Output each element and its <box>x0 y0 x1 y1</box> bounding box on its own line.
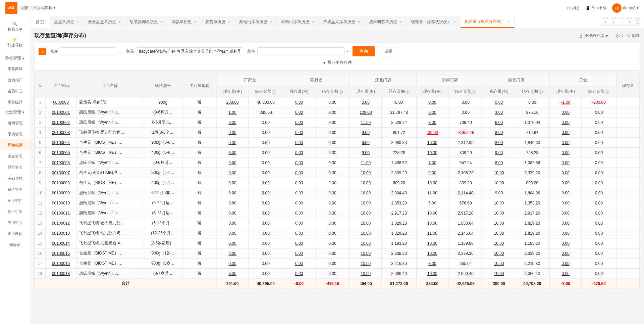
chencun-qty[interactable]: 0.00 <box>283 269 315 279</box>
nanan-qty[interactable]: 10.00 <box>416 178 448 188</box>
changjia-qty[interactable]: 0.00 <box>216 118 248 128</box>
jiangbei-qty[interactable]: 10.00 <box>350 218 382 228</box>
total-qty[interactable]: 0.00 <box>549 188 581 198</box>
yubei-qty[interactable]: 8.00 <box>483 128 515 138</box>
total-qty[interactable]: 0.00 <box>549 107 581 118</box>
sidebar-item-ecommerce[interactable]: 电商管理 <box>0 117 30 128</box>
product-code[interactable]: 00100003 <box>46 128 76 138</box>
nanan-qty[interactable]: 10.00 <box>416 208 448 218</box>
total-qty[interactable]: 0.00 <box>549 158 581 168</box>
yubei-qty[interactable]: 10.00 <box>483 228 515 238</box>
chencun-qty[interactable]: 0.00 <box>283 198 315 208</box>
total-qty[interactable]: 0.00 <box>549 138 581 148</box>
nanan-qty[interactable]: 0.00 <box>416 97 448 107</box>
total-qty[interactable]: 0.00 <box>549 228 581 238</box>
sidebar-item-new-guide[interactable]: 新手引导 <box>0 206 30 217</box>
chencun-qty[interactable]: 0.00 <box>283 118 315 128</box>
sidebar-item-quick-nav[interactable]: ⚡ 快捷导航 <box>0 35 30 50</box>
export-btn[interactable]: ↓ 导出 <box>612 33 623 39</box>
yubei-qty[interactable]: 0.00 <box>483 97 515 107</box>
sidebar-item-retail-mall[interactable]: 零售商城 <box>0 63 30 74</box>
changjia-amt-info[interactable]: ① <box>272 90 276 94</box>
yubei-qty[interactable]: 8.00 <box>483 158 515 168</box>
gear-header[interactable]: ⚙ <box>35 75 46 97</box>
nanan-qty[interactable]: 3.00 <box>416 118 448 128</box>
jiangbei-qty[interactable]: 10.00 <box>350 228 382 238</box>
nanan-qty[interactable]: 9.00 <box>416 168 448 178</box>
tab-purchase-history[interactable]: 要货单历史 × <box>201 16 235 28</box>
changjia-qty[interactable]: 0.00 <box>216 188 248 198</box>
print-btn[interactable]: 🖨 按模板打印 ▾ <box>579 33 608 39</box>
total-qty[interactable]: 0.00 <box>549 248 581 259</box>
nanan-qty[interactable]: 10.00 <box>416 148 448 158</box>
yubei-qty[interactable]: 10.00 <box>483 178 515 188</box>
tab-branch-stock-history[interactable]: 分量盘点单历史 × <box>84 16 126 28</box>
tab-cost-adjust-history[interactable]: 成本调整单历史 × <box>365 16 407 28</box>
total-amt-info[interactable]: ① <box>605 90 609 94</box>
product-code[interactable]: 0000003 <box>46 97 76 107</box>
nanan-qty[interactable]: 10.00 <box>416 218 448 228</box>
warehouse-input[interactable] <box>60 47 116 55</box>
changjia-qty[interactable]: 0.00 <box>216 259 248 269</box>
total-qty[interactable]: 0.00 <box>549 198 581 208</box>
tab-stock-single-history[interactable]: 盘点单历史 × <box>50 16 84 28</box>
jiangbei-qty[interactable]: 0.00 <box>350 97 382 107</box>
tab-close-stock-single[interactable]: × <box>76 19 79 25</box>
yubei-qty[interactable]: 10.00 <box>483 238 515 248</box>
nanan-qty[interactable]: 10.00 <box>416 269 448 279</box>
chencun-qty[interactable]: 0.00 <box>283 208 315 218</box>
tab-close-branch-stock[interactable]: × <box>118 19 121 25</box>
total-qty[interactable]: 0.00 <box>549 259 581 269</box>
tab-transfer-history[interactable]: 调拨单历史 × <box>168 16 202 28</box>
jiangbei-qty[interactable]: 109.00 <box>350 107 382 118</box>
jiangbei-qty[interactable]: 11.00 <box>350 118 382 128</box>
product-code[interactable]: 00100015 <box>46 248 76 259</box>
changjia-qty[interactable]: 0.00 <box>216 198 248 208</box>
yubei-qty[interactable]: 10.00 <box>483 259 515 269</box>
sidebar-item-marketing[interactable]: 营销推广 <box>0 74 30 85</box>
jiangbei-qty[interactable]: 9.00 <box>350 128 382 138</box>
yubei-qty[interactable]: 9.00 <box>483 188 515 198</box>
refresh-btn[interactable]: ↻ 刷新 <box>627 33 640 39</box>
tab-close-purchase[interactable]: × <box>227 19 231 25</box>
jiangbei-qty[interactable]: 11.00 <box>350 158 382 168</box>
sidebar-item-app-center[interactable]: 应用中心 <box>0 217 30 228</box>
sidebar-item-search[interactable]: 🔍 搜索英单 <box>0 19 30 35</box>
industry-selector[interactable]: 母婴行业演示陈套 ▾ <box>20 5 55 11</box>
product-code[interactable]: 00100009 <box>46 188 76 198</box>
product-code[interactable]: 00100004 <box>46 138 76 148</box>
total-qty[interactable]: 0.00 <box>549 128 581 138</box>
nanan-qty[interactable]: 10.00 <box>416 238 448 248</box>
yubei-amt-info[interactable]: ① <box>539 90 543 94</box>
yubei-qty[interactable]: 3.00 <box>483 107 515 118</box>
tab-stock-distribution[interactable]: 现存量（库存分布表） × <box>461 16 515 28</box>
product-code[interactable]: 00100005 <box>46 148 76 158</box>
product-code[interactable]: 00100007 <box>46 168 76 178</box>
sidebar-item-purchase[interactable]: 采购管理 <box>0 128 30 139</box>
nanan-qty[interactable]: 5.00 <box>416 198 448 208</box>
settings-button[interactable]: 设置 <box>379 47 398 56</box>
sidebar-item-member-vip[interactable]: 畅会员 <box>0 239 30 250</box>
yubei-qty[interactable]: 6.00 <box>483 118 515 128</box>
tab-close-material-out[interactable]: × <box>311 19 315 25</box>
sidebar-item-basic[interactable]: 基础信息 <box>0 173 30 184</box>
nanan-qty[interactable]: 11.00 <box>416 228 448 238</box>
color-dropdown-icon[interactable]: ▾ <box>346 49 348 54</box>
jiangbei-qty[interactable]: 10.00 <box>350 188 382 198</box>
yubei-qty[interactable]: 8.00 <box>483 138 515 148</box>
chencun-qty[interactable]: 0.00 <box>283 248 315 259</box>
changjia-qty[interactable]: 0.00 <box>216 148 248 158</box>
sidebar-item-enterprise-wechat[interactable]: 企业微信 <box>0 228 30 239</box>
product-code[interactable]: 00100001 <box>46 107 76 118</box>
chencun-qty[interactable]: 0.00 <box>283 128 315 138</box>
changjia-qty[interactable]: 0.00 <box>216 218 248 228</box>
sidebar-item-finance[interactable]: 资金管理 <box>0 150 30 161</box>
chencun-qty[interactable]: 0.00 <box>283 148 315 158</box>
chencun-qty[interactable]: 0.00 <box>283 138 315 148</box>
warehouse-dots[interactable]: ... <box>118 49 122 54</box>
changjia-qty[interactable]: 0.00 <box>216 228 248 238</box>
changjia-qty[interactable]: 0.00 <box>216 178 248 188</box>
tab-nav-fullscreen[interactable]: ⛶ <box>634 18 641 26</box>
sidebar-item-retail-stats[interactable]: 零售统计 <box>0 96 30 107</box>
yubei-qty[interactable]: 10.00 <box>483 248 515 259</box>
